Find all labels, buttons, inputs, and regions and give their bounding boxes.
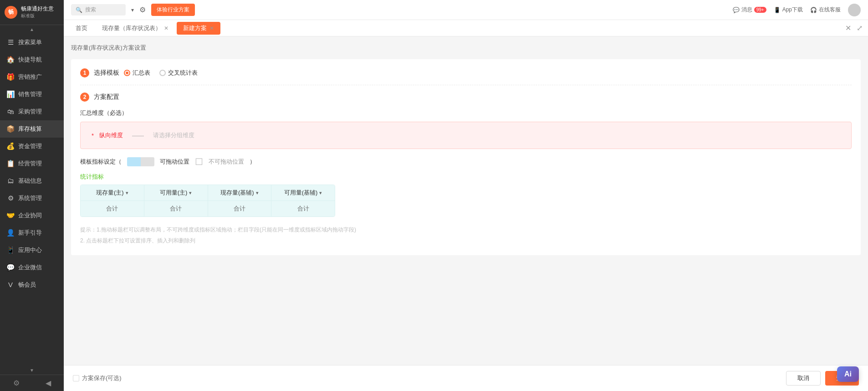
- required-star: *: [92, 132, 94, 139]
- col-2-label: 现存量(基辅): [220, 189, 254, 197]
- stats-col-body-2: 合计: [208, 201, 271, 216]
- no-drag-label: 不可拖动位置: [209, 158, 244, 166]
- search-placeholder: 搜索: [85, 6, 96, 14]
- col-1-label: 可用量(主): [160, 189, 188, 197]
- sidebar-item-finance[interactable]: 💰 资金管理: [0, 138, 64, 155]
- search-icon: 🔍: [76, 7, 82, 13]
- hints-text-1: 2. 点击标题栏下拉可设置排序、插入列和删除列: [80, 237, 195, 244]
- step2-label: 方案配置: [94, 93, 119, 101]
- sidebar-item-search[interactable]: ☰ 搜索菜单: [0, 34, 64, 51]
- col-1-chevron[interactable]: ▾: [189, 190, 192, 196]
- stats-col-header-1: 可用量(主) ▾: [144, 185, 208, 201]
- content-area: 现存量(库存状况表)方案设置 1 选择模板 汇总表 交叉统计表: [64, 36, 868, 365]
- message-btn[interactable]: 💬 消息 99+: [733, 6, 766, 14]
- topbar-dropdown[interactable]: ▾: [131, 7, 134, 13]
- inventory-tab-label: 现存量（库存状况表）: [102, 24, 161, 32]
- user-avatar[interactable]: [848, 4, 861, 16]
- sidebar-item-system[interactable]: ⚙ 系统管理: [0, 190, 64, 207]
- settings-button[interactable]: ⚙: [13, 379, 20, 387]
- sidebar-item-quick-nav[interactable]: 🏠 快捷导航: [0, 51, 64, 68]
- topbar: 🔍 搜索 ▾ ⚙ 体验行业方案 💬 消息 99+ 📱 App下载 🎧 在线客服: [64, 0, 868, 20]
- box-icon: 📦: [6, 125, 15, 133]
- tab-new-plan[interactable]: 新建方案 ✕: [177, 22, 220, 35]
- sidebar-bottom: ⚙ ◀: [0, 375, 64, 391]
- stats-table: 现存量(主) ▾ 合计 可用量(主) ▾ 合计: [80, 185, 335, 217]
- collapse-button[interactable]: ◀: [46, 379, 51, 387]
- footer-bar: 方案保存(可选) 取消 查询: [64, 365, 868, 391]
- step1-num: 1: [80, 68, 89, 77]
- topbar-settings-icon[interactable]: ⚙: [139, 5, 146, 14]
- warning-row: * 纵向维度 —— 请选择分组维度: [92, 131, 840, 139]
- col-3-label: 可用量(基辅): [284, 189, 318, 197]
- col-0-chevron[interactable]: ▾: [126, 190, 128, 196]
- sidebar-scroll-down[interactable]: ▼: [0, 366, 64, 375]
- save-label: 方案保存(可选): [82, 374, 122, 382]
- search-box[interactable]: 🔍 搜索: [71, 4, 126, 15]
- cancel-button[interactable]: 取消: [786, 371, 821, 386]
- step-divider-1: [80, 85, 852, 85]
- industry-btn[interactable]: 体验行业方案: [151, 4, 195, 16]
- app-download-btn[interactable]: 📱 App下载: [774, 6, 803, 14]
- radio-cross[interactable]: 交叉统计表: [159, 69, 198, 77]
- indicator-row: 模板指标设定（ 可拖动位置 ☐ 不可拖动位置 ）: [80, 156, 852, 167]
- new-plan-tab-close[interactable]: ✕: [209, 25, 214, 31]
- save-checkbox[interactable]: [73, 375, 79, 381]
- message-badge: 99+: [754, 7, 766, 13]
- draggable-indicator: [127, 157, 154, 166]
- step2-header: 2 方案配置: [80, 93, 852, 102]
- home-tab-label: 首页: [76, 24, 87, 32]
- sidebar-item-inventory[interactable]: 📦 库存核算: [0, 120, 64, 138]
- sidebar-item-marketing[interactable]: 🎁 营销推广: [0, 68, 64, 86]
- hints-area: 提示：1.拖动标题栏可以调整布局，不可跨维度或指标区域拖动；栏目字段(只能在同一…: [80, 224, 852, 246]
- sidebar-item-apps[interactable]: 📱 应用中心: [0, 242, 64, 259]
- tab-close-all[interactable]: ✕: [845, 24, 851, 32]
- sidebar-scroll-up[interactable]: ▲: [0, 25, 64, 34]
- topbar-right: 💬 消息 99+ 📱 App下载 🎧 在线客服: [733, 4, 861, 16]
- checkbox-indicator: ☐: [195, 156, 203, 167]
- indicator-close-paren: ）: [250, 158, 255, 166]
- hints-text-0: 1.拖动标题栏可以调整布局，不可跨维度或指标区域拖动；栏目字段(只能在同一维度或…: [97, 226, 356, 233]
- sidebar-item-newbie[interactable]: 👤 新手引导: [0, 224, 64, 242]
- radio-cross-dot: [159, 70, 166, 76]
- col-2-chevron[interactable]: ▾: [256, 190, 259, 196]
- tab-expand[interactable]: ⤢: [857, 24, 863, 32]
- sidebar-item-corp[interactable]: 🤝 企业协同: [0, 207, 64, 224]
- save-option: 方案保存(可选): [73, 374, 122, 382]
- sidebar: 畅 畅康通好生意 标准版 ▲ ☰ 搜索菜单 🏠 快捷导航 🎁 营销推广 📊 销售…: [0, 0, 64, 391]
- bag-icon: 🛍: [6, 108, 15, 115]
- warning-box: * 纵向维度 —— 请选择分组维度: [80, 122, 852, 149]
- sidebar-item-sales[interactable]: 📊 销售管理: [0, 86, 64, 103]
- col-3-chevron[interactable]: ▾: [319, 190, 322, 196]
- radio-summary[interactable]: 汇总表: [124, 69, 150, 77]
- hints-title: 提示：: [80, 226, 97, 233]
- radio-summary-dot: [124, 70, 130, 76]
- search-menu-icon: ☰: [6, 38, 15, 46]
- step1-header: 1 选择模板 汇总表 交叉统计表: [80, 68, 852, 77]
- tab-inventory-status[interactable]: 现存量（库存状况表） ✕: [96, 21, 175, 35]
- stats-col-body-3: 合计: [271, 201, 335, 216]
- app-logo: 畅 畅康通好生意 标准版: [0, 0, 64, 25]
- user-icon: 👤: [6, 229, 15, 237]
- drag-label: 可拖动位置: [160, 158, 189, 166]
- app-name: 畅康通好生意: [21, 5, 54, 13]
- main-area: 🔍 搜索 ▾ ⚙ 体验行业方案 💬 消息 99+ 📱 App下载 🎧 在线客服: [64, 0, 868, 391]
- col-0-label: 现存量(主): [96, 189, 124, 197]
- mobile-icon: 📱: [6, 246, 15, 254]
- chart-icon: 📊: [6, 90, 15, 98]
- stats-col-header-0: 现存量(主) ▾: [81, 185, 144, 201]
- inventory-tab-close[interactable]: ✕: [164, 25, 168, 31]
- stats-col-2: 现存量(基辅) ▾ 合计: [208, 185, 272, 216]
- handshake-icon: 🤝: [6, 211, 15, 220]
- stats-col-body-0: 合计: [81, 201, 144, 216]
- ai-button[interactable]: Ai: [837, 366, 859, 382]
- sidebar-item-wechat[interactable]: 💬 企业微信: [0, 259, 64, 276]
- gift-icon: 🎁: [6, 73, 15, 81]
- tabs-bar: 首页 现存量（库存状况表） ✕ 新建方案 ✕ ✕ ⤢: [64, 20, 868, 36]
- online-service-btn[interactable]: 🎧 在线客服: [810, 6, 841, 14]
- sidebar-item-member[interactable]: V 畅会员: [0, 276, 64, 293]
- tab-home[interactable]: 首页: [69, 21, 94, 35]
- sidebar-item-base-info[interactable]: 🗂 基础信息: [0, 172, 64, 190]
- sidebar-item-operations[interactable]: 📋 经营管理: [0, 155, 64, 172]
- sidebar-item-purchase[interactable]: 🛍 采购管理: [0, 103, 64, 120]
- headset-icon: 🎧: [810, 7, 817, 13]
